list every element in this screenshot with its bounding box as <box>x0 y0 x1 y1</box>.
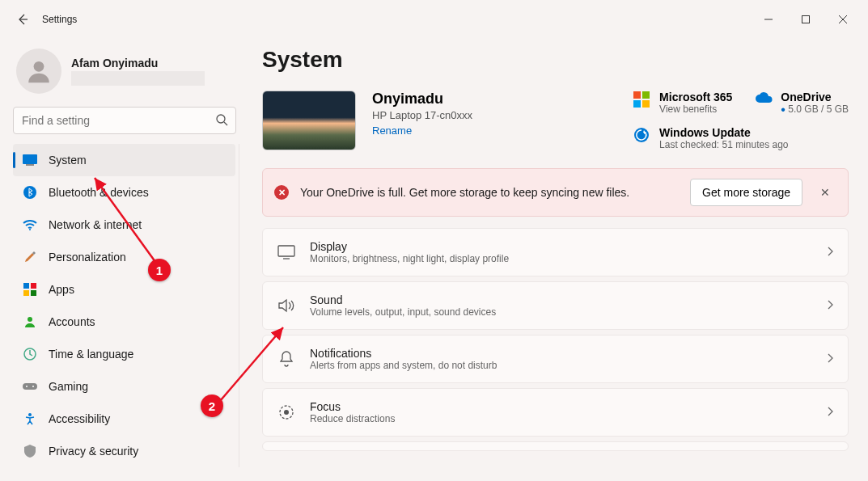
maximize-button[interactable] <box>787 6 824 32</box>
chevron-right-icon <box>827 298 833 313</box>
card-title: Windows Update <box>659 126 788 139</box>
svg-point-2 <box>217 115 225 123</box>
accessibility-icon <box>23 411 37 426</box>
svg-rect-19 <box>633 100 641 108</box>
user-name: Afam Onyimadu <box>71 57 205 70</box>
focus-icon <box>277 403 295 421</box>
device-name: Onyimadu <box>372 91 472 108</box>
setting-title: Notifications <box>310 347 497 360</box>
gamepad-icon <box>23 379 37 394</box>
svg-point-14 <box>26 386 28 387</box>
setting-sub: Alerts from apps and system, do not dist… <box>310 360 497 371</box>
brush-icon <box>23 250 37 264</box>
chevron-right-icon <box>827 245 833 259</box>
setting-notifications[interactable]: Notifications Alerts from apps and syste… <box>262 335 849 383</box>
setting-title: Sound <box>310 293 496 306</box>
window-title: Settings <box>42 14 77 25</box>
card-microsoft365[interactable]: Microsoft 365 View benefits <box>633 91 732 115</box>
sidebar-item-label: Gaming <box>49 380 88 393</box>
svg-rect-20 <box>642 100 650 108</box>
minimize-button[interactable] <box>750 6 787 32</box>
sidebar-item-label: Accessibility <box>49 412 110 425</box>
svg-rect-22 <box>278 246 294 256</box>
shield-icon <box>23 444 37 458</box>
svg-rect-0 <box>802 16 810 23</box>
sidebar-item-label: Privacy & security <box>49 445 138 458</box>
svg-rect-18 <box>642 91 650 99</box>
svg-point-15 <box>32 386 34 387</box>
setting-focus[interactable]: Focus Reduce distractions <box>262 388 849 437</box>
update-icon <box>633 127 651 145</box>
setting-sub: Monitors, brightness, night light, displ… <box>310 253 509 264</box>
wifi-icon <box>23 217 37 232</box>
system-icon <box>23 153 37 167</box>
svg-point-6 <box>29 229 31 230</box>
main-content: System Onyimadu HP Laptop 17-cn0xxx Rena… <box>243 39 868 481</box>
card-sub: View benefits <box>659 103 732 115</box>
chevron-right-icon <box>827 405 833 420</box>
svg-rect-17 <box>633 91 641 99</box>
sidebar-item-gaming[interactable]: Gaming <box>13 370 235 403</box>
account-icon <box>23 314 37 329</box>
setting-row-partial[interactable] <box>262 441 849 451</box>
page-title: System <box>262 47 849 73</box>
titlebar: Settings <box>0 0 868 39</box>
get-storage-button[interactable]: Get more storage <box>690 179 802 206</box>
svg-point-24 <box>284 410 289 415</box>
annotation-badge-2: 2 <box>201 395 223 417</box>
onedrive-icon <box>755 91 773 109</box>
card-sub: Last checked: 51 minutes ago <box>659 139 788 150</box>
sidebar-item-privacy[interactable]: Privacy & security <box>13 435 235 467</box>
sidebar-item-label: Accounts <box>49 315 95 328</box>
sidebar-item-system[interactable]: System <box>13 144 235 176</box>
sidebar-item-label: Personalization <box>49 251 126 264</box>
svg-rect-3 <box>23 154 37 164</box>
display-icon <box>277 243 295 261</box>
sidebar-item-label: Time & language <box>49 348 133 361</box>
card-onedrive[interactable]: OneDrive • 5.0 GB / 5 GB <box>755 91 849 115</box>
person-icon <box>25 57 53 85</box>
sidebar-item-time-language[interactable]: Time & language <box>13 338 235 370</box>
card-sub: • 5.0 GB / 5 GB <box>781 103 849 115</box>
card-title: OneDrive <box>781 91 849 103</box>
error-icon: ✕ <box>274 185 289 200</box>
user-block[interactable]: Afam Onyimadu <box>16 49 239 94</box>
device-model: HP Laptop 17-cn0xxx <box>372 109 472 121</box>
sidebar-item-apps[interactable]: Apps <box>13 273 235 306</box>
svg-rect-10 <box>31 290 36 296</box>
back-button[interactable] <box>6 3 39 36</box>
maximize-icon <box>802 15 810 23</box>
search-icon <box>215 113 228 129</box>
rename-link[interactable]: Rename <box>372 124 472 137</box>
search-container <box>13 107 236 134</box>
setting-display[interactable]: Display Monitors, brightness, night ligh… <box>262 228 849 276</box>
svg-rect-8 <box>31 283 36 289</box>
avatar <box>16 49 61 94</box>
sidebar-item-personalization[interactable]: Personalization <box>13 241 235 273</box>
sidebar-item-accounts[interactable]: Accounts <box>13 306 235 338</box>
card-title: Microsoft 365 <box>659 91 732 103</box>
setting-sound[interactable]: Sound Volume levels, output, input, soun… <box>262 281 849 330</box>
setting-title: Display <box>310 240 509 253</box>
search-input[interactable] <box>13 107 236 134</box>
onedrive-full-banner: ✕ Your OneDrive is full. Get more storag… <box>262 168 849 217</box>
microsoft-logo-icon <box>633 91 651 109</box>
card-windows-update[interactable]: Windows Update Last checked: 51 minutes … <box>633 126 849 150</box>
device-wallpaper-thumbnail[interactable] <box>262 91 356 150</box>
setting-sub: Reduce distractions <box>310 413 395 424</box>
bluetooth-icon <box>23 185 37 200</box>
sidebar-item-label: Apps <box>49 283 74 296</box>
nav-list: System Bluetooth & devices Network & int… <box>13 144 239 467</box>
user-email-redacted <box>71 71 205 86</box>
chevron-right-icon <box>827 352 833 366</box>
sidebar-item-label: System <box>49 154 87 167</box>
svg-rect-9 <box>23 290 29 296</box>
arrow-left-icon <box>16 13 29 26</box>
sidebar-item-network[interactable]: Network & internet <box>13 209 235 241</box>
close-button[interactable] <box>824 6 862 32</box>
sound-icon <box>277 297 295 314</box>
banner-close-button[interactable]: ✕ <box>814 181 836 204</box>
svg-point-1 <box>34 61 44 72</box>
setting-sub: Volume levels, output, input, sound devi… <box>310 306 496 318</box>
sidebar-item-bluetooth[interactable]: Bluetooth & devices <box>13 176 235 209</box>
